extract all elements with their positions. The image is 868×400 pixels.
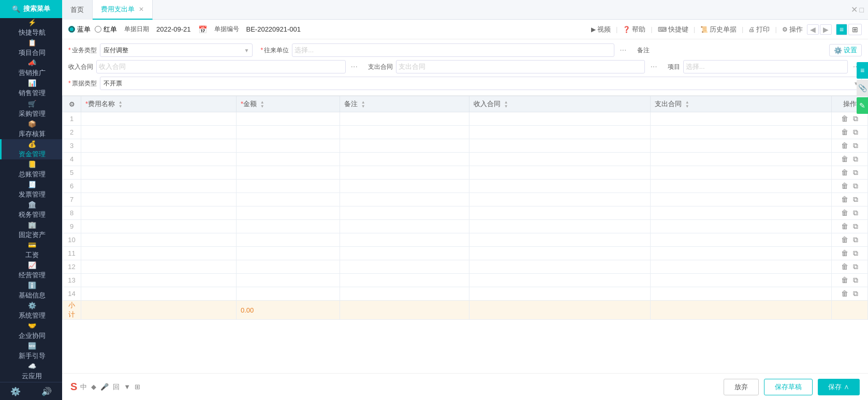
sidebar-item-tax[interactable]: 🏛️ 税务管理 (0, 200, 62, 220)
copy-row-icon[interactable]: ⧉ (853, 209, 858, 217)
cell-name[interactable] (81, 166, 237, 180)
delete-row-icon[interactable]: 🗑 (841, 128, 848, 136)
settings-icon[interactable]: ⚙️ (10, 387, 21, 396)
income-contract-more-btn[interactable]: ··· (349, 62, 360, 71)
cell-amount[interactable] (237, 193, 340, 206)
delete-row-icon[interactable]: 🗑 (841, 195, 848, 203)
cell-income[interactable] (469, 260, 651, 274)
cell-expense[interactable] (651, 139, 832, 153)
audio-icon[interactable]: 🔊 (41, 387, 52, 396)
delete-row-icon[interactable]: 🗑 (841, 114, 848, 123)
cell-name[interactable] (81, 260, 237, 274)
sidebar-item-sales[interactable]: 📊 销售管理 (0, 79, 62, 99)
copy-row-icon[interactable]: ⧉ (853, 155, 858, 163)
sidebar-item-purchase[interactable]: 🛒 采购管理 (0, 99, 62, 119)
cell-expense[interactable] (651, 247, 832, 260)
cell-expense[interactable] (651, 220, 832, 233)
cell-name[interactable] (81, 139, 237, 153)
grid-view-btn[interactable]: ⊞ (848, 24, 862, 35)
expense-contract-more-btn[interactable]: ··· (648, 62, 659, 71)
cell-income[interactable] (469, 139, 651, 153)
calendar-icon[interactable]: 📅 (198, 25, 207, 34)
sidebar-item-finance[interactable]: 💰 资金管理 (0, 139, 62, 159)
brand-icon-2[interactable]: ◆ (91, 383, 96, 391)
cell-note[interactable] (340, 126, 469, 139)
sidebar-item-enterprise[interactable]: 🤝 企业协同 (0, 321, 62, 342)
cell-note[interactable] (340, 233, 469, 247)
sidebar-item-marketing[interactable]: 📣 营销推广 (0, 58, 62, 79)
radio-red[interactable]: 红单 (95, 25, 117, 34)
cell-note[interactable] (340, 180, 469, 193)
cell-amount[interactable] (237, 206, 340, 220)
cell-income[interactable] (469, 180, 651, 193)
help-btn[interactable]: ❓ 帮助 (623, 25, 645, 34)
expense-contract-input[interactable]: 支出合同 (396, 60, 645, 73)
copy-row-icon[interactable]: ⧉ (853, 128, 858, 136)
cell-amount[interactable] (237, 166, 340, 180)
copy-row-icon[interactable]: ⧉ (853, 168, 858, 176)
cell-name[interactable] (81, 193, 237, 206)
copy-row-icon[interactable]: ⧉ (853, 182, 858, 190)
cell-amount[interactable] (237, 126, 340, 139)
cell-amount[interactable] (237, 139, 340, 153)
sidebar-item-cloud[interactable]: ☁️ 云应用 (0, 362, 62, 382)
cell-note[interactable] (340, 166, 469, 180)
invoice-type-select[interactable]: 不开票 (100, 77, 862, 90)
cell-name[interactable] (81, 153, 237, 166)
brand-icon-1[interactable]: 中 (80, 382, 87, 392)
list-view-btn[interactable]: ≡ (836, 24, 847, 35)
close-tab-icon[interactable]: ✕ (139, 6, 144, 13)
prev-arrow[interactable]: ◀ (807, 24, 819, 35)
delete-row-icon[interactable]: 🗑 (841, 249, 848, 257)
th-amount[interactable]: *金额 ▲▼ (237, 96, 340, 112)
window-maximize-button[interactable]: □ (860, 6, 864, 14)
cell-name[interactable] (81, 274, 237, 287)
copy-row-icon[interactable]: ⧉ (853, 141, 858, 150)
cell-amount[interactable] (237, 274, 340, 287)
delete-row-icon[interactable]: 🗑 (841, 276, 848, 284)
cell-note[interactable] (340, 287, 469, 301)
cell-name[interactable] (81, 206, 237, 220)
th-settings[interactable]: ⚙ (63, 96, 81, 112)
float-btn-1[interactable]: ≡ (857, 62, 868, 79)
print-btn[interactable]: 🖨 打印 (748, 25, 770, 34)
sidebar-item-payroll[interactable]: 💳 工资 (0, 240, 62, 260)
next-arrow[interactable]: ▶ (820, 24, 832, 35)
delete-row-icon[interactable]: 🗑 (841, 155, 848, 163)
cell-note[interactable] (340, 193, 469, 206)
business-type-select[interactable]: 应付调整 (100, 43, 253, 57)
brand-icon-4[interactable]: 回 (113, 382, 120, 392)
cell-amount[interactable] (237, 260, 340, 274)
cell-note[interactable] (340, 260, 469, 274)
partner-input[interactable]: 选择... (292, 43, 614, 57)
history-btn[interactable]: 📜 历史单据 (700, 25, 737, 34)
cell-income[interactable] (469, 126, 651, 139)
sidebar-item-quick-nav[interactable]: ⚡ 快捷导航 (0, 18, 62, 38)
cell-expense[interactable] (651, 260, 832, 274)
copy-row-icon[interactable]: ⧉ (853, 114, 858, 123)
copy-row-icon[interactable]: ⧉ (853, 276, 858, 284)
cell-expense[interactable] (651, 112, 832, 126)
cell-note[interactable] (340, 220, 469, 233)
cell-income[interactable] (469, 220, 651, 233)
cell-income[interactable] (469, 206, 651, 220)
th-expense[interactable]: 支出合同 ▲▼ (651, 96, 832, 112)
cell-expense[interactable] (651, 166, 832, 180)
cell-note[interactable] (340, 112, 469, 126)
cell-expense[interactable] (651, 274, 832, 287)
tab-expense[interactable]: 费用支出单 ✕ (93, 0, 153, 20)
cell-note[interactable] (340, 153, 469, 166)
delete-row-icon[interactable]: 🗑 (841, 289, 848, 298)
cell-expense[interactable] (651, 153, 832, 166)
sidebar-item-project-contract[interactable]: 📋 项目合同 (0, 38, 62, 58)
cell-note[interactable] (340, 274, 469, 287)
float-btn-attachment[interactable]: 📎 (857, 80, 868, 96)
cell-name[interactable] (81, 126, 237, 139)
delete-row-icon[interactable]: 🗑 (841, 168, 848, 176)
copy-row-icon[interactable]: ⧉ (853, 235, 858, 244)
project-input[interactable]: 选择... (683, 60, 848, 73)
cell-income[interactable] (469, 112, 651, 126)
discard-button[interactable]: 放弃 (724, 379, 759, 395)
cell-amount[interactable] (237, 220, 340, 233)
sidebar-item-system[interactable]: ⚙️ 系统管理 (0, 301, 62, 321)
